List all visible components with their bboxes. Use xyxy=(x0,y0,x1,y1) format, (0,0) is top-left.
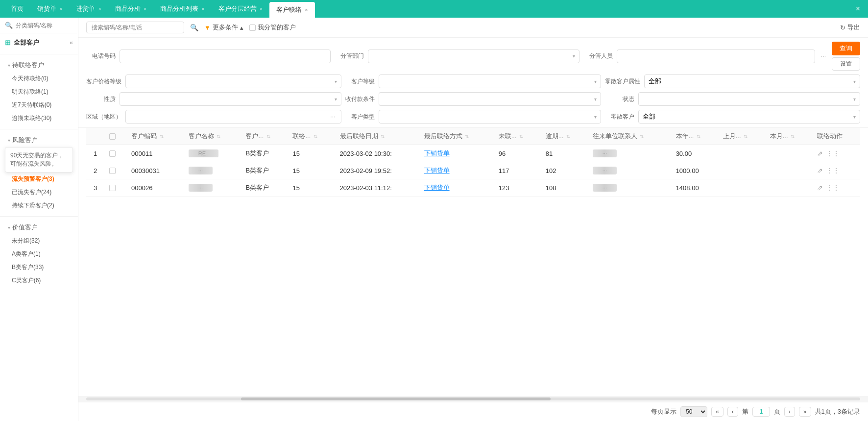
page-number-input[interactable] xyxy=(752,407,770,417)
th-last-contact-method[interactable]: 最后联络方式 ⇅ xyxy=(419,128,494,145)
my-customers-check[interactable] xyxy=(249,25,256,31)
zero-retail-select[interactable]: 全部 ▾ xyxy=(638,110,860,124)
dept-arrow: ▾ xyxy=(573,53,575,59)
more-conditions-button[interactable]: ▼ 更多条件 ▴ xyxy=(204,23,243,32)
sidebar-item-declining[interactable]: 持续下滑客户(2) xyxy=(0,199,78,212)
td-date-1: 2023-03-02 10:30: xyxy=(335,145,419,162)
row-checkbox-1[interactable] xyxy=(109,150,116,157)
td-year-1: 30.00 xyxy=(671,145,718,162)
sidebar-search-input[interactable] xyxy=(16,22,78,29)
export-button[interactable]: ↻ 导出 xyxy=(840,23,860,32)
td-index-2: 2 xyxy=(86,162,104,179)
pending-contact-title[interactable]: ▾ 待联络客户 xyxy=(0,58,78,72)
sidebar-item-7days[interactable]: 近7天待联络(0) xyxy=(0,99,78,112)
customer-type-select[interactable]: ▾ xyxy=(379,110,601,124)
search-button[interactable]: 🔍 xyxy=(190,24,198,31)
th-name[interactable]: 客户名称 ⇅ xyxy=(184,128,241,145)
query-button[interactable]: 查询 xyxy=(832,42,860,55)
action-link-icon-2[interactable]: ⇗ xyxy=(817,167,823,174)
sidebar-item-overdue[interactable]: 逾期未联络(30) xyxy=(0,112,78,125)
td-method-3: 下销货单 xyxy=(419,179,494,197)
manager-dots[interactable]: ··· xyxy=(819,53,828,60)
sort-method-icon: ⇅ xyxy=(465,134,469,139)
sidebar-item-today[interactable]: 今天待联络(0) xyxy=(0,72,78,85)
sidebar-item-c-class[interactable]: C类客户(6) xyxy=(0,274,78,287)
th-this-year[interactable]: 本年... ⇅ xyxy=(671,128,718,145)
sidebar-item-tomorrow[interactable]: 明天待联络(1) xyxy=(0,85,78,99)
tab-sales[interactable]: 销货单 × xyxy=(30,0,69,18)
sort-year-icon: ⇅ xyxy=(697,134,700,139)
td-overdue-3: 108 xyxy=(541,179,588,197)
collapse-icon[interactable]: « xyxy=(70,39,73,46)
region-dots[interactable]: ··· xyxy=(328,113,337,120)
my-customers-checkbox[interactable]: 我分管的客户 xyxy=(249,23,296,32)
close-tab-product-analysis-list[interactable]: × xyxy=(201,6,204,12)
horizontal-scrollbar[interactable] xyxy=(78,396,868,402)
action-more-icon-3[interactable]: ⋮⋮ xyxy=(826,184,840,192)
sidebar-item-churn-warning[interactable]: 流失预警客户(3) xyxy=(0,173,78,186)
th-this-month[interactable]: 本月... ⇅ xyxy=(765,128,812,145)
select-all-checkbox[interactable] xyxy=(109,133,116,140)
phone-field: 电话号码 xyxy=(86,50,331,63)
action-more-icon-2[interactable]: ⋮⋮ xyxy=(826,167,840,174)
tab-product-analysis-list[interactable]: 商品分析列表 × xyxy=(153,0,211,18)
th-type[interactable]: 客户... ⇅ xyxy=(241,128,288,145)
per-page-select[interactable]: 50 20 100 xyxy=(680,406,707,417)
value-customers-title[interactable]: ▾ 价值客户 xyxy=(0,221,78,234)
nav-next-button[interactable]: › xyxy=(784,407,795,417)
method-link-1[interactable]: 下销货单 xyxy=(424,149,450,157)
th-no-contact[interactable]: 未联... ⇅ xyxy=(494,128,541,145)
close-tab-product-analysis[interactable]: × xyxy=(144,6,146,12)
sidebar-item-ungrouped[interactable]: 未分组(32) xyxy=(0,234,78,248)
sidebar-item-b-class[interactable]: B类客户(33) xyxy=(0,261,78,274)
th-contact-person[interactable]: 往来单位联系人 ⇅ xyxy=(588,128,671,145)
th-last-contact-date[interactable]: 最后联络日期 ⇅ xyxy=(335,128,419,145)
tab-product-analysis[interactable]: 商品分析 × xyxy=(108,0,153,18)
all-customers-header[interactable]: ⊞ 全部客户 « xyxy=(0,35,78,50)
settings-button[interactable]: 设置 xyxy=(832,57,860,71)
tab-customer-contact[interactable]: 客户联络 × xyxy=(269,2,314,18)
action-more-icon-1[interactable]: ⋮⋮ xyxy=(826,149,840,157)
action-link-icon-3[interactable]: ⇗ xyxy=(817,184,823,192)
row-checkbox-2[interactable] xyxy=(109,168,116,174)
divider-1 xyxy=(0,54,78,54)
td-action-1: ⇗ ⋮⋮ xyxy=(812,145,860,162)
payment-label: 收付款条件 xyxy=(345,95,375,103)
zero-attr-select[interactable]: 全部 ▾ xyxy=(644,74,860,88)
tab-home[interactable]: 首页 xyxy=(4,0,30,18)
method-link-2[interactable]: 下销货单 xyxy=(424,167,450,174)
gender-arrow: ▾ xyxy=(335,97,337,102)
price-level-select[interactable]: ▾ xyxy=(125,74,341,88)
method-link-3[interactable]: 下销货单 xyxy=(424,184,450,191)
status-select[interactable]: ▾ xyxy=(638,92,860,106)
close-tab-sales[interactable]: × xyxy=(59,6,62,12)
nav-last-button[interactable]: » xyxy=(799,407,811,417)
dept-select[interactable]: ▾ xyxy=(368,50,579,63)
nav-prev-button[interactable]: ‹ xyxy=(727,407,738,417)
gender-select[interactable]: ▾ xyxy=(120,92,341,106)
scrollbar-thumb[interactable] xyxy=(241,397,551,400)
nav-first-button[interactable]: « xyxy=(711,407,723,417)
global-close-button[interactable]: × xyxy=(852,4,864,13)
td-lastmonth-1 xyxy=(718,145,765,162)
close-tab-purchase[interactable]: × xyxy=(98,6,101,12)
search-input[interactable] xyxy=(86,22,184,33)
region-select[interactable]: ··· xyxy=(125,110,341,124)
th-contact[interactable]: 联络... ⇅ xyxy=(288,128,335,145)
sidebar-item-churned[interactable]: 已流失客户(24) xyxy=(0,186,78,199)
th-overdue[interactable]: 逾期... ⇅ xyxy=(541,128,588,145)
payment-select[interactable]: ▾ xyxy=(379,92,601,106)
close-tab-customer-segment[interactable]: × xyxy=(260,6,263,12)
at-risk-title[interactable]: ▾ 风险客户 xyxy=(0,133,78,147)
th-code[interactable]: 客户编码 ⇅ xyxy=(126,128,184,145)
manager-select[interactable] xyxy=(617,50,815,63)
close-tab-customer-contact[interactable]: × xyxy=(305,7,308,13)
th-last-month[interactable]: 上月... ⇅ xyxy=(718,128,765,145)
row-checkbox-3[interactable] xyxy=(109,185,116,191)
tab-customer-segment[interactable]: 客户分层经营 × xyxy=(212,0,269,18)
sidebar-item-a-class[interactable]: A类客户(1) xyxy=(0,248,78,261)
phone-input[interactable] xyxy=(120,50,331,63)
action-link-icon-1[interactable]: ⇗ xyxy=(817,149,823,157)
tab-purchase[interactable]: 进货单 × xyxy=(69,0,108,18)
level-select[interactable]: ▾ xyxy=(379,74,601,88)
